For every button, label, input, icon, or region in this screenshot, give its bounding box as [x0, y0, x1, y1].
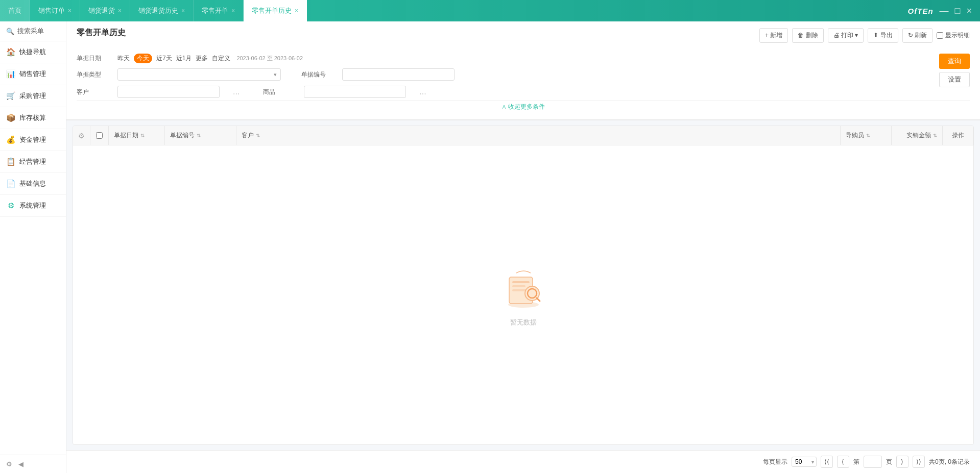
last-page-btn[interactable]: ⟩⟩ — [913, 456, 925, 468]
display-detail-label[interactable]: 显示明细 — [937, 31, 970, 40]
table-header: ⚙ 单据日期 ⇅ 单据编号 ⇅ 客户 ⇅ 导购员 ⇅ — [73, 126, 973, 145]
delete-button[interactable]: 🗑 删除 — [792, 28, 823, 43]
window-minimize-button[interactable]: □ — [955, 6, 961, 16]
first-page-btn[interactable]: ⟨⟨ — [821, 456, 833, 468]
query-button[interactable]: 查询 — [939, 54, 970, 69]
th-customer-label: 客户 — [242, 131, 254, 140]
select-all-checkbox[interactable] — [96, 132, 103, 139]
customer-input[interactable] — [117, 86, 220, 98]
sidebar-item-label: 基础信息 — [19, 179, 46, 188]
sidebar-icon: 📊 — [6, 69, 15, 79]
collapse-icon[interactable]: ◀ — [18, 460, 23, 468]
sidebar-search-label: 搜索采单 — [17, 27, 44, 36]
window-close-button[interactable]: — — [940, 6, 949, 16]
next-page-btn[interactable]: ⟩ — [896, 456, 909, 468]
tab-close-销货退货[interactable]: × — [118, 7, 122, 14]
th-checkbox — [90, 126, 109, 145]
sidebar: 🔍 搜索采单 🏠快捷导航📊销售管理🛒采购管理📦库存核算💰资金管理📋经营管理📄基础… — [0, 21, 66, 473]
sidebar-item-资金管理[interactable]: 💰资金管理 — [0, 129, 66, 151]
goods-filter-label: 商品 — [263, 88, 294, 96]
date-shortcut-今天[interactable]: 今天 — [134, 54, 152, 63]
date-shortcut-近7天[interactable]: 近7天 — [156, 54, 172, 63]
empty-text: 暂无数据 — [510, 318, 537, 327]
tab-销货退货历史[interactable]: 销货退货历史 × — [130, 0, 194, 21]
goods-more-icon[interactable]: ... — [416, 87, 429, 96]
sidebar-item-库存核算[interactable]: 📦库存核算 — [0, 107, 66, 129]
sidebar-item-采购管理[interactable]: 🛒采购管理 — [0, 85, 66, 107]
tab-零售开单历史[interactable]: 零售开单历史 × — [244, 0, 307, 21]
tab-首页[interactable]: 首页 — [0, 0, 30, 21]
filter-row-2: 单据类型 单据编号 — [77, 68, 939, 81]
sidebar-items: 🏠快捷导航📊销售管理🛒采购管理📦库存核算💰资金管理📋经营管理📄基础信息⚙系统管理 — [0, 41, 66, 217]
th-date: 单据日期 ⇅ — [109, 126, 165, 145]
prev-page-btn[interactable]: ⟨ — [837, 456, 849, 468]
date-shortcut-自定义[interactable]: 自定义 — [212, 54, 230, 63]
th-customer: 客户 ⇅ — [236, 126, 841, 145]
th-guide-sort[interactable]: ⇅ — [866, 133, 870, 138]
customer-more-icon[interactable]: ... — [230, 87, 243, 96]
filter-row-3: 客户 ... 商品 ... — [77, 86, 939, 98]
th-customer-sort[interactable]: ⇅ — [256, 133, 260, 138]
goods-input[interactable] — [304, 86, 406, 98]
setting-button[interactable]: 设置 — [939, 72, 970, 87]
date-shortcut-昨天[interactable]: 昨天 — [117, 54, 130, 63]
sidebar-search[interactable]: 🔍 搜索采单 — [0, 21, 66, 41]
sidebar-item-经营管理[interactable]: 📋经营管理 — [0, 151, 66, 173]
top-bar-actions: OfTEn — □ × — [900, 6, 980, 16]
sidebar-item-系统管理[interactable]: ⚙系统管理 — [0, 195, 66, 217]
new-button[interactable]: + 新增 — [759, 28, 788, 43]
tab-close-零售开单历史[interactable]: × — [295, 7, 298, 14]
brand-label: OfTEn — [908, 7, 934, 15]
tab-list: 首页销售订单 ×销货退货 ×销货退货历史 ×零售开单 ×零售开单历史 × — [0, 0, 900, 21]
content-area: 零售开单历史 + 新增 🗑 删除 🖨 打印 ▾ ⬆ 导出 ↻ 刷新 显示明细 — [66, 21, 980, 473]
type-select[interactable] — [117, 68, 281, 81]
date-shortcut-近1月[interactable]: 近1月 — [176, 54, 192, 63]
sidebar-icon: ⚙ — [6, 201, 15, 210]
date-shortcuts: 昨天今天近7天近1月更多自定义2023-06-02 至 2023-06-02 — [117, 54, 303, 63]
sidebar-item-基础信息[interactable]: 📄基础信息 — [0, 173, 66, 195]
svg-rect-2 — [512, 281, 530, 283]
collapse-more-btn[interactable]: ∧ 收起更多条件 — [77, 100, 970, 113]
column-settings-icon[interactable]: ⚙ — [73, 126, 90, 145]
sidebar-item-快捷导航[interactable]: 🏠快捷导航 — [0, 41, 66, 63]
sidebar-item-销售管理[interactable]: 📊销售管理 — [0, 63, 66, 85]
per-page-select[interactable]: 102050100 — [792, 457, 817, 467]
export-button[interactable]: ⬆ 导出 — [868, 28, 898, 43]
th-num-label: 单据编号 — [170, 131, 195, 140]
empty-icon — [498, 263, 549, 314]
type-filter-label: 单据类型 — [77, 70, 107, 79]
window-maximize-button[interactable]: × — [966, 6, 972, 16]
refresh-button[interactable]: ↻ 刷新 — [902, 28, 933, 43]
th-date-sort[interactable]: ⇅ — [140, 133, 145, 138]
page-suffix: 页 — [886, 458, 892, 466]
settings-icon[interactable]: ⚙ — [6, 460, 12, 468]
sidebar-item-label: 快捷导航 — [19, 47, 46, 57]
print-button[interactable]: 🖨 打印 ▾ — [828, 28, 864, 43]
tab-销货退货[interactable]: 销货退货 × — [80, 0, 130, 21]
sidebar-icon: 🏠 — [6, 47, 15, 57]
pagination: 每页显示 102050100 ▾ ⟨⟨ ⟨ 第 1 页 ⟩ ⟩⟩ 共0页, 0条… — [66, 450, 980, 473]
tab-close-零售开单[interactable]: × — [231, 7, 235, 14]
th-op-label: 操作 — [952, 131, 964, 140]
type-select-wrap — [117, 68, 281, 81]
svg-line-7 — [537, 298, 540, 301]
tab-close-销售订单[interactable]: × — [68, 7, 71, 14]
num-input[interactable] — [342, 68, 455, 81]
sidebar-item-label: 经营管理 — [19, 157, 46, 166]
page-input[interactable]: 1 — [864, 456, 882, 468]
display-detail-checkbox[interactable] — [937, 32, 943, 39]
sidebar-icon: 📦 — [6, 113, 15, 122]
th-op: 操作 — [943, 126, 973, 145]
date-shortcut-更多[interactable]: 更多 — [196, 54, 208, 63]
th-amount-label: 实销金额 — [906, 131, 931, 140]
tab-销售订单[interactable]: 销售订单 × — [30, 0, 80, 21]
sidebar-item-label: 资金管理 — [19, 135, 46, 144]
th-num-sort[interactable]: ⇅ — [197, 133, 201, 138]
tab-零售开单[interactable]: 零售开单 × — [194, 0, 244, 21]
th-guide-label: 导购员 — [846, 131, 864, 140]
tab-close-销货退货历史[interactable]: × — [181, 7, 185, 14]
svg-rect-3 — [512, 285, 525, 287]
th-amount-sort[interactable]: ⇅ — [933, 133, 937, 138]
page-title: 零售开单历史 — [77, 28, 126, 43]
th-date-label: 单据日期 — [114, 131, 138, 140]
